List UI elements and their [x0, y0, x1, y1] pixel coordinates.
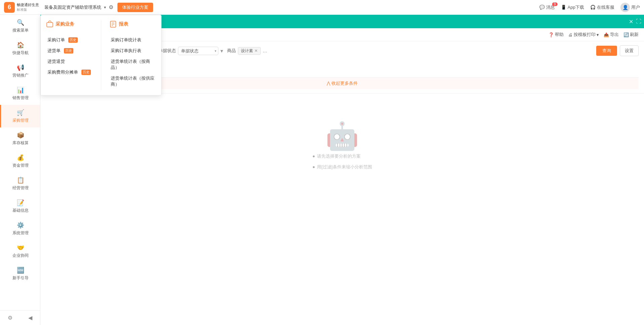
sidebar-item-marketing[interactable]: 📢 营销推广 [0, 60, 40, 82]
app-download-btn[interactable]: 📱 App下载 [561, 4, 584, 10]
export-label: 导出 [610, 32, 619, 38]
setting-btn[interactable]: 设置 [620, 45, 639, 56]
sidebar-item-purchase[interactable]: 🛒 采购管理 [0, 105, 40, 127]
status-select[interactable]: 单据状态 [178, 47, 218, 55]
bottom-settings-icon[interactable]: ⚙ [8, 315, 12, 321]
menu-item-label: 采购订单执行表 [111, 48, 141, 54]
sidebar-item-label-search: 搜索菜单 [12, 28, 29, 33]
system-dropdown-icon[interactable]: ▾ [104, 5, 106, 10]
purchase-dropdown-menu: 采购业务 采购订单 历史 进货单 历史 进货退货 采购费用分摊单 历史 报表 采… [40, 15, 162, 95]
topbar: 6 畅捷通好生意 标准版 装备及固定资产辅助管理系统 ▾ ⚙ 体验行业方案 💬 … [0, 0, 644, 15]
menu-item-order-exec[interactable]: 采购订单执行表 [109, 45, 156, 56]
sidebar-item-finance[interactable]: 💰 资金管理 [0, 150, 40, 172]
refresh-icon: 🔄 [623, 32, 629, 37]
money-icon: 💰 [17, 154, 24, 161]
logo-name: 畅捷通好生意 [17, 2, 39, 7]
menu-item-incoming[interactable]: 进货单 历史 [46, 45, 93, 56]
report-column-title: 报表 [119, 21, 128, 27]
sidebar-bottom: ⚙ ◀ [0, 310, 40, 325]
sidebar-item-quick[interactable]: 🏠 快捷导航 [0, 37, 40, 60]
print-btn[interactable]: 🖨 按模板打印 ▾ [568, 32, 599, 38]
settings-gear-icon[interactable]: ⚙ [109, 4, 113, 10]
empty-hint-1: 请先选择要分析的方案 [317, 152, 361, 161]
goods-tag-close-icon[interactable]: ✕ [254, 48, 258, 53]
industry-btn[interactable]: 体验行业方案 [117, 3, 153, 12]
messages-btn[interactable]: 💬 消息 9 [539, 4, 555, 10]
empty-hint: ● 请先选择要分析的方案 ● 用[过滤]条件来缩小分析范围 [312, 152, 372, 171]
status-select-wrapper: 单据状态 [178, 47, 218, 55]
topbar-right: 💬 消息 9 📱 App下载 🎧 在线客服 👤 用户 [539, 3, 640, 12]
toolbar-actions: ❓ 帮助 🖨 按模板打印 ▾ 📤 导出 🔄 刷新 [548, 32, 639, 38]
cart-icon: 🛒 [17, 109, 24, 116]
system-name-label: 装备及固定资产辅助管理系统 [44, 4, 101, 10]
sidebar-item-inventory[interactable]: 📦 库存核算 [0, 127, 40, 150]
sidebar-collapse-icon[interactable]: ◀ [28, 315, 32, 321]
logo-icon: 6 [4, 2, 15, 13]
handshake-icon: 🤝 [17, 244, 24, 251]
avatar: 👤 [620, 3, 630, 12]
sidebar-item-label-marketing: 营销推广 [12, 73, 29, 78]
sidebar-item-label-finance: 资金管理 [12, 163, 29, 168]
messages-badge: 9 [552, 2, 558, 6]
help-btn[interactable]: ❓ 帮助 [548, 32, 564, 38]
menu-item-cost-alloc[interactable]: 采购费用分摊单 历史 [46, 67, 93, 78]
online-service-btn[interactable]: 🎧 在线客服 [590, 4, 614, 10]
message-icon: 💬 [539, 5, 545, 10]
system-name-area: 装备及固定资产辅助管理系统 ▾ ⚙ 体验行业方案 [44, 3, 539, 12]
user-menu[interactable]: 👤 用户 [620, 3, 640, 12]
goods-dots[interactable]: ... [263, 48, 267, 54]
sidebar-item-sales[interactable]: 📊 销售管理 [0, 82, 40, 105]
menu-item-return[interactable]: 进货退货 [46, 56, 93, 67]
box-icon: 📦 [17, 131, 24, 139]
status-dots: ▾ [220, 48, 223, 54]
gear-icon: ⚙️ [17, 221, 24, 229]
tab-bar-right: ✕ ⛶ [629, 18, 641, 25]
sidebar-item-label-inventory: 库存核算 [12, 140, 29, 146]
clipboard-icon: 📋 [17, 176, 24, 184]
logo-area: 6 畅捷通好生意 标准版 [4, 2, 44, 13]
menu-item-incoming-stats-supplier[interactable]: 进货单统计表（按供应商） [109, 73, 156, 90]
purchase-order-badge: 历史 [68, 37, 78, 43]
home-icon: 🏠 [17, 41, 24, 49]
logo-sub: 标准版 [17, 7, 39, 12]
cost-alloc-badge: 历史 [81, 70, 91, 75]
mobile-icon: 📱 [561, 5, 566, 10]
empty-hint-2: 用[过滤]条件来缩小分析范围 [317, 163, 372, 171]
sidebar-item-basic[interactable]: 📝 基础信息 [0, 195, 40, 217]
sidebar-item-enterprise[interactable]: 🤝 企业协同 [0, 240, 40, 262]
sidebar-item-label-quick: 快捷导航 [12, 50, 29, 56]
purchase-header-icon [46, 21, 53, 28]
sidebar-item-operations[interactable]: 📋 经营管理 [0, 172, 40, 195]
print-dropdown-icon: ▾ [597, 32, 599, 37]
sidebar-item-system[interactable]: ⚙️ 系统管理 [0, 217, 40, 240]
query-btn[interactable]: 查询 [596, 46, 617, 56]
tab-expand-btn[interactable]: ⛶ [636, 18, 641, 25]
menu-item-purchase-order[interactable]: 采购订单 历史 [46, 35, 93, 45]
purchase-business-column: 采购业务 采购订单 历史 进货单 历史 进货退货 采购费用分摊单 历史 [46, 21, 93, 90]
menu-item-incoming-stats-product[interactable]: 进货单统计表（按商品） [109, 56, 156, 73]
export-btn[interactable]: 📤 导出 [604, 32, 619, 38]
sidebar: 🔍 搜索菜单 🏠 快捷导航 📢 营销推广 📊 销售管理 🛒 采购管理 📦 库存核… [0, 15, 40, 325]
goods-tag: 设计素 ✕ [238, 47, 261, 55]
sidebar-item-search[interactable]: 🔍 搜索菜单 [0, 15, 40, 37]
report-column: 报表 采购订单统计表 采购订单执行表 进货单统计表（按商品） 进货单统计表（按供… [109, 21, 156, 90]
collapse-bar-text: ⋀ 收起更多条件 [327, 81, 358, 86]
sidebar-item-guide[interactable]: 🆕 新手引导 [0, 262, 40, 285]
empty-illustration: 🤖 [325, 120, 359, 152]
help-icon: ❓ [548, 32, 554, 37]
status-filter-group: 单据状态 单据状态 ▾ [158, 47, 223, 55]
export-icon: 📤 [604, 32, 609, 37]
sidebar-item-label-sales: 销售管理 [12, 95, 29, 101]
new-icon: 🆕 [17, 267, 24, 274]
tab-close-window-btn[interactable]: ✕ [629, 18, 633, 25]
incoming-badge: 历史 [64, 48, 73, 53]
refresh-btn[interactable]: 🔄 刷新 [623, 32, 639, 38]
refresh-label: 刷新 [630, 32, 639, 38]
report-header-icon [109, 21, 117, 28]
purchase-column-title: 采购业务 [56, 21, 74, 27]
menu-item-order-stats[interactable]: 采购订单统计表 [109, 35, 156, 45]
goods-filter-label: 商品 [227, 48, 236, 54]
megaphone-icon: 📢 [17, 64, 24, 71]
search-icon: 🔍 [17, 19, 24, 26]
goods-filter-group: 商品 设计素 ✕ ... [227, 47, 267, 55]
